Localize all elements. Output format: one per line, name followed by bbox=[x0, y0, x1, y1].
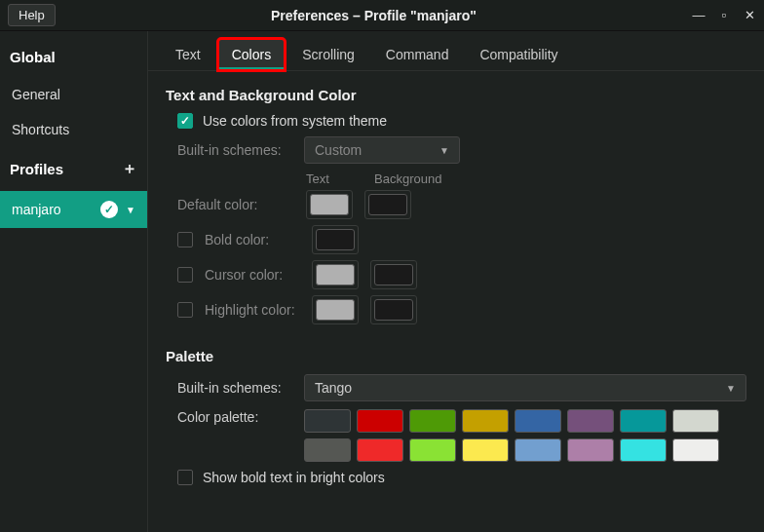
column-header-text: Text bbox=[306, 171, 355, 186]
close-icon[interactable]: ✕ bbox=[743, 8, 756, 22]
default-bg-swatch[interactable] bbox=[368, 194, 407, 215]
palette-grid bbox=[304, 409, 719, 462]
palette-swatch-8[interactable] bbox=[304, 438, 351, 462]
sidebar-profiles-label: Profiles bbox=[10, 161, 63, 177]
builtin-schemes-select[interactable]: Custom ▼ bbox=[304, 136, 460, 164]
use-system-row: ✓ Use colors from system theme bbox=[177, 113, 746, 129]
sidebar-item-shortcuts[interactable]: Shortcuts bbox=[0, 112, 147, 147]
preferences-window: Help Preferences – Profile "manjaro" — ▫… bbox=[0, 0, 764, 532]
cursor-text-swatch[interactable] bbox=[316, 264, 355, 285]
palette-section-title: Palette bbox=[166, 348, 746, 364]
sidebar-profile-label: manjaro bbox=[12, 202, 61, 217]
palette-row: Color palette: bbox=[177, 409, 746, 462]
builtin-schemes-label: Built-in schemes: bbox=[177, 142, 294, 158]
bold-color-label: Bold color: bbox=[205, 232, 298, 247]
palette-swatch-14[interactable] bbox=[620, 438, 667, 462]
use-system-label: Use colors from system theme bbox=[203, 113, 387, 129]
tab-compatibility[interactable]: Compatibility bbox=[466, 39, 571, 70]
builtin-schemes-value: Custom bbox=[315, 142, 362, 158]
palette-swatch-6[interactable] bbox=[620, 409, 667, 433]
palette-swatch-9[interactable] bbox=[357, 438, 403, 462]
palette-swatch-12[interactable] bbox=[515, 438, 561, 462]
help-menu[interactable]: Help bbox=[8, 4, 56, 26]
colors-pane: Text and Background Color ✓ Use colors f… bbox=[148, 71, 764, 509]
sidebar-profiles-head: Profiles ＋ bbox=[0, 147, 147, 191]
cursor-color-row: Cursor color: bbox=[177, 260, 746, 289]
highlight-bg-swatch[interactable] bbox=[374, 299, 413, 321]
highlight-color-row: Highlight color: bbox=[177, 295, 746, 324]
palette-swatch-13[interactable] bbox=[567, 438, 614, 462]
palette-builtin-label: Built-in schemes: bbox=[177, 380, 294, 396]
tab-command[interactable]: Command bbox=[372, 39, 463, 70]
chevron-down-icon[interactable]: ▼ bbox=[126, 205, 135, 215]
highlight-color-checkbox[interactable] bbox=[177, 302, 193, 318]
sidebar-global-head: Global bbox=[0, 37, 147, 77]
color-column-headers: Text Background bbox=[306, 171, 746, 186]
cursor-color-label: Cursor color: bbox=[205, 267, 298, 283]
show-bold-label: Show bold text in bright colors bbox=[203, 470, 385, 485]
palette-builtin-select[interactable]: Tango ▼ bbox=[304, 374, 746, 401]
palette-builtin-row: Built-in schemes: Tango ▼ bbox=[177, 374, 746, 401]
tab-text[interactable]: Text bbox=[162, 39, 214, 70]
window-title: Preferences – Profile "manjaro" bbox=[56, 8, 692, 23]
palette-swatch-0[interactable] bbox=[304, 409, 351, 433]
palette-swatch-15[interactable] bbox=[672, 438, 719, 462]
sidebar-item-general[interactable]: General bbox=[0, 77, 147, 112]
palette-swatch-11[interactable] bbox=[462, 438, 509, 462]
bold-color-checkbox[interactable] bbox=[177, 232, 193, 247]
palette-swatch-4[interactable] bbox=[515, 409, 561, 433]
default-color-row: Default color: bbox=[177, 190, 746, 219]
cursor-bg-swatch[interactable] bbox=[374, 264, 413, 285]
palette-swatch-2[interactable] bbox=[409, 409, 456, 433]
palette-swatch-3[interactable] bbox=[462, 409, 509, 433]
palette-builtin-value: Tango bbox=[315, 380, 352, 396]
tab-colors[interactable]: Colors bbox=[218, 39, 285, 70]
tab-bar: Text Colors Scrolling Command Compatibil… bbox=[148, 31, 764, 71]
bold-swatch[interactable] bbox=[316, 229, 355, 250]
add-profile-icon[interactable]: ＋ bbox=[122, 159, 137, 179]
palette-swatch-10[interactable] bbox=[409, 438, 456, 462]
sidebar: Global General Shortcuts Profiles ＋ manj… bbox=[0, 31, 148, 532]
tab-scrolling[interactable]: Scrolling bbox=[288, 39, 368, 70]
palette-swatch-7[interactable] bbox=[672, 409, 719, 433]
maximize-icon[interactable]: ▫ bbox=[717, 8, 731, 22]
highlight-text-swatch[interactable] bbox=[316, 299, 355, 321]
show-bold-row: Show bold text in bright colors bbox=[177, 470, 746, 485]
content-area: Text Colors Scrolling Command Compatibil… bbox=[148, 31, 764, 532]
use-system-checkbox[interactable]: ✓ bbox=[177, 113, 193, 129]
builtin-schemes-row: Built-in schemes: Custom ▼ bbox=[177, 136, 746, 164]
palette-label: Color palette: bbox=[177, 409, 294, 425]
column-header-background: Background bbox=[374, 171, 441, 186]
palette-swatch-5[interactable] bbox=[567, 409, 614, 433]
chevron-down-icon: ▼ bbox=[439, 145, 449, 156]
sidebar-item-profile-manjaro[interactable]: manjaro ✓ ▼ bbox=[0, 191, 147, 228]
window-body: Global General Shortcuts Profiles ＋ manj… bbox=[0, 31, 764, 532]
default-text-swatch[interactable] bbox=[310, 194, 349, 215]
show-bold-checkbox[interactable] bbox=[177, 470, 193, 485]
palette-swatch-1[interactable] bbox=[357, 409, 403, 433]
chevron-down-icon: ▼ bbox=[726, 383, 736, 394]
default-profile-icon: ✓ bbox=[100, 201, 118, 218]
text-bg-section-title: Text and Background Color bbox=[166, 87, 746, 103]
titlebar: Help Preferences – Profile "manjaro" — ▫… bbox=[0, 0, 764, 31]
window-controls: — ▫ ✕ bbox=[692, 8, 756, 22]
cursor-color-checkbox[interactable] bbox=[177, 267, 193, 283]
bold-color-row: Bold color: bbox=[177, 225, 746, 254]
default-color-label: Default color: bbox=[177, 197, 294, 212]
minimize-icon[interactable]: — bbox=[692, 8, 706, 22]
highlight-color-label: Highlight color: bbox=[205, 302, 298, 318]
